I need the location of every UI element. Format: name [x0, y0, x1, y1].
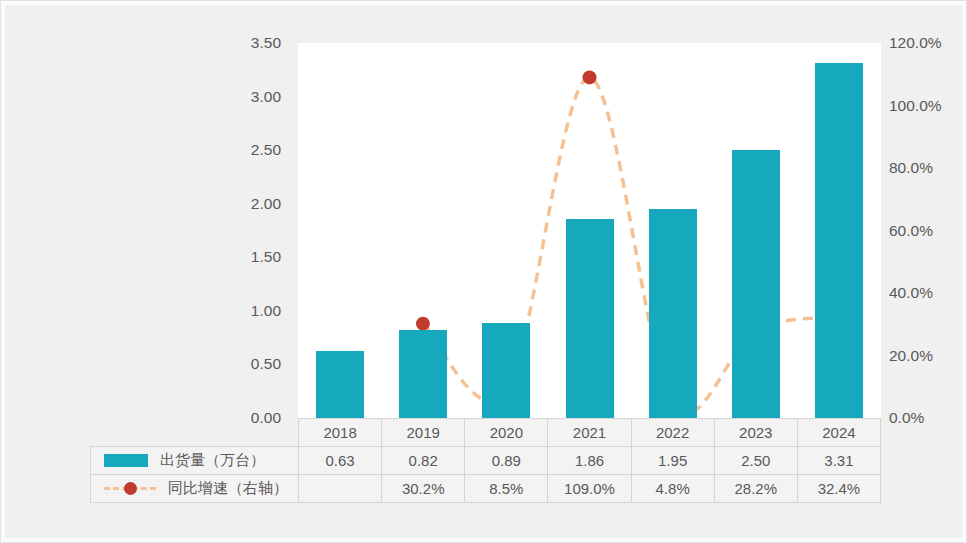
- left-axis-tick: 0.50: [181, 354, 281, 374]
- table-corner-cell: [91, 419, 299, 447]
- growth-cell-2023: 28.2%: [714, 475, 797, 503]
- year-header-2022: 2022: [631, 419, 714, 447]
- growth-marker-2021: [583, 70, 597, 84]
- legend-shipments: 出货量（万台）: [91, 447, 299, 475]
- bar-2023: [732, 150, 780, 418]
- growth-cell-2018: [299, 475, 382, 503]
- bar-2021: [566, 219, 614, 418]
- growth-marker-2019: [416, 317, 430, 331]
- bar-2022: [649, 209, 697, 418]
- left-axis-tick: 2.00: [181, 194, 281, 214]
- growth-cell-2019: 30.2%: [382, 475, 465, 503]
- line-series-swatch-icon: [104, 487, 156, 490]
- right-axis-tick: 80.0%: [889, 158, 967, 178]
- growth-cell-2020: 8.5%: [465, 475, 548, 503]
- bar-2020: [482, 323, 530, 418]
- left-axis-tick: 2.50: [181, 140, 281, 160]
- left-axis-tick: 1.00: [181, 301, 281, 321]
- bar-series-swatch-icon: [104, 454, 148, 467]
- year-header-2021: 2021: [548, 419, 631, 447]
- growth-cell-2022: 4.8%: [631, 475, 714, 503]
- shipments-cell-2022: 1.95: [631, 447, 714, 475]
- shipments-cell-2020: 0.89: [465, 447, 548, 475]
- legend-growth: 同比增速（右轴）: [91, 475, 299, 503]
- right-axis-tick: 0.0%: [889, 408, 967, 428]
- year-header-2023: 2023: [714, 419, 797, 447]
- shipments-cell-2018: 0.63: [299, 447, 382, 475]
- right-axis: 120.0%100.0%80.0%60.0%40.0%20.0%0.0%: [889, 1, 967, 543]
- shipments-cell-2019: 0.82: [382, 447, 465, 475]
- year-header-2024: 2024: [797, 419, 880, 447]
- line-marker-icon: [124, 482, 137, 495]
- series-label: 同比增速（右轴）: [168, 479, 288, 498]
- shipments-cell-2021: 1.86: [548, 447, 631, 475]
- bar-2018: [316, 351, 364, 419]
- right-axis-tick: 120.0%: [889, 33, 967, 53]
- growth-cell-2021: 109.0%: [548, 475, 631, 503]
- right-axis-tick: 20.0%: [889, 346, 967, 366]
- series-label: 出货量（万台）: [160, 451, 265, 470]
- left-axis-tick: 3.50: [181, 33, 281, 53]
- plot-area: [298, 43, 881, 418]
- bar-2019: [399, 330, 447, 418]
- chart-panel: 3.503.002.502.001.501.000.500.00 120.0%1…: [0, 0, 967, 543]
- shipments-cell-2023: 2.50: [714, 447, 797, 475]
- growth-cell-2024: 32.4%: [797, 475, 880, 503]
- right-axis-tick: 60.0%: [889, 221, 967, 241]
- shipments-cell-2024: 3.31: [797, 447, 880, 475]
- right-axis-tick: 40.0%: [889, 283, 967, 303]
- year-header-2019: 2019: [382, 419, 465, 447]
- left-axis-tick: 1.50: [181, 247, 281, 267]
- left-axis-tick: 3.00: [181, 87, 281, 107]
- year-header-2018: 2018: [299, 419, 382, 447]
- bar-2024: [815, 63, 863, 418]
- year-header-2020: 2020: [465, 419, 548, 447]
- data-table: 2018201920202021202220232024出货量（万台）0.630…: [90, 418, 881, 503]
- right-axis-tick: 100.0%: [889, 96, 967, 116]
